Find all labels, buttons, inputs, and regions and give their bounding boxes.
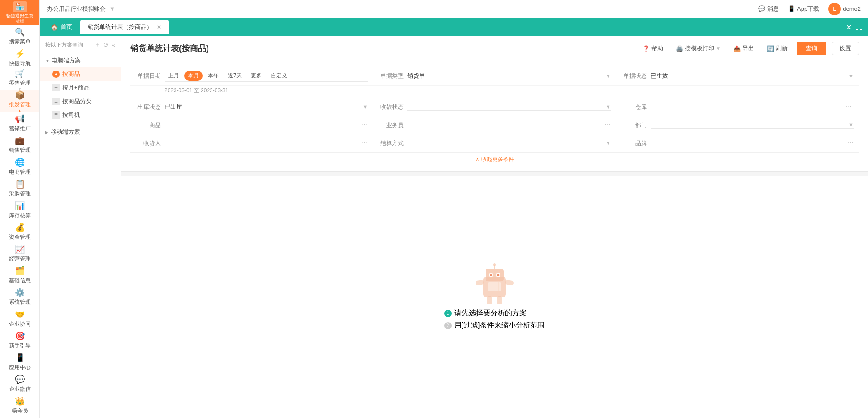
sidebar-item-basic[interactable]: 🗂️ 基础信息 (0, 264, 40, 286)
avatar: E (828, 3, 841, 15)
help-label: 帮助 (651, 44, 663, 52)
tree-group-pc: ▼ 电脑端方案 ● 按商品 ☰ 按月+商品 ☰ 按商品分类 ☰ 按司机 (40, 52, 121, 124)
sidebar-item-label: 快捷导航 (9, 60, 31, 67)
settlement-value[interactable]: ▼ (407, 139, 610, 147)
sidebar-item-system[interactable]: ⚙️ 系统管理 (0, 286, 40, 308)
sidebar-item-search[interactable]: 🔍 搜索菜单 (0, 25, 40, 47)
brand-value[interactable]: ··· (651, 138, 854, 148)
filter-row-1: 单据日期 上月 本月 本年 近7天 更多 自定义 (130, 66, 859, 86)
content-area: 按以下方案查询 ＋ ⟳ « ▼ 电脑端方案 ● 按商品 ☰ 按 (40, 36, 868, 418)
tree-expand-icon: ▶ (45, 130, 49, 135)
date-tab-7days[interactable]: 近7天 (224, 71, 245, 81)
tree-group-mobile-header[interactable]: ▶ 移动端方案 (40, 125, 121, 139)
ecommerce-icon: 🌐 (15, 157, 25, 167)
shortcut-icon: ⚡ (15, 49, 25, 59)
settings-btn[interactable]: 设置 (832, 42, 859, 55)
filter-cell-type: 单据类型 销货单 ▼ (373, 66, 616, 86)
empty-illustration (467, 263, 522, 309)
tree-group-pc-header[interactable]: ▼ 电脑端方案 (40, 54, 121, 67)
sidebar-item-label: 批发管理 (9, 101, 31, 109)
date-tab-custom[interactable]: 自定义 (267, 71, 291, 81)
user-profile[interactable]: E demo2 (828, 3, 861, 15)
tree-item-by-driver[interactable]: ☰ 按司机 (40, 108, 121, 122)
date-tab-this-month[interactable]: 本月 (184, 71, 203, 81)
chevron-down-icon: ▼ (849, 122, 854, 128)
date-tab-more[interactable]: 更多 (247, 71, 265, 81)
sidebar-item-marketing[interactable]: 📢 营销推广 (0, 112, 40, 134)
collapse-icon: ∧ (476, 157, 480, 163)
status-value[interactable]: 已生效 ▼ (651, 71, 854, 81)
tree-item-by-category[interactable]: ☰ 按商品分类 (40, 95, 121, 108)
date-tab-last-month[interactable]: 上月 (165, 71, 183, 81)
department-value[interactable]: ▼ (651, 121, 854, 129)
app-download-btn[interactable]: 📱 App下载 (788, 5, 819, 13)
sidebar-item-enterprise[interactable]: 🤝 企业协同 (0, 308, 40, 329)
sidebar-item-purchase[interactable]: 📋 采购管理 (0, 177, 40, 199)
template-print-btn[interactable]: 🖨️ 按模板打印 ▼ (672, 43, 724, 54)
refresh-scheme-btn[interactable]: ⟳ (104, 41, 109, 48)
type-value[interactable]: 销货单 ▼ (407, 71, 610, 81)
app-download-label: App下载 (797, 5, 819, 13)
export-btn[interactable]: 📤 导出 (730, 43, 758, 54)
close-window-btn[interactable]: ✕ (846, 23, 852, 32)
sidebar-item-stock[interactable]: 📊 库存核算 (0, 199, 40, 221)
recipient-value[interactable]: ··· (165, 138, 368, 148)
dropdown-arrow[interactable]: ▼ (109, 5, 115, 12)
hint-dot-1: 1 (444, 310, 452, 317)
warehouse-value[interactable]: ··· (651, 102, 854, 112)
help-icon: ❓ (642, 45, 650, 52)
tab-home[interactable]: 🏠 首页 (43, 20, 80, 34)
sidebar-item-retail[interactable]: 🛒 零售管理 ▼ (0, 69, 40, 90)
newguide-icon: 🎯 (15, 331, 25, 341)
date-value: 上月 本月 本年 近7天 更多 自定义 (165, 70, 368, 82)
sidebar-item-newguide[interactable]: 🎯 新手引导 (0, 329, 40, 351)
message-btn[interactable]: 💬 消息 (758, 5, 779, 13)
warehouse-label: 仓库 (622, 103, 647, 111)
sidebar-item-ecommerce[interactable]: 🌐 电商管理 (0, 156, 40, 177)
filter-cell-department: 部门 ▼ (616, 116, 859, 134)
sidebar-item-operation[interactable]: 📈 经营管理 (0, 242, 40, 264)
payment-value[interactable]: ▼ (407, 103, 610, 111)
sidebar-item-appstore[interactable]: 📱 应用中心 (0, 351, 40, 373)
empty-state: 1 请先选择要分析的方案 2 用[过滤]条件来缩小分析范围 (121, 176, 868, 418)
dots-icon: ··· (846, 103, 852, 111)
main-area: 办公用品行业模拟账套 ▼ 💬 消息 📱 App下载 E demo2 🏠 首页 销… (40, 0, 868, 418)
sidebar-item-sales[interactable]: 💼 销售管理 (0, 134, 40, 156)
hint-text-2: 用[过滤]条件来缩小分析范围 (454, 321, 545, 330)
sidebar-item-wholesale[interactable]: 📦 批发管理 ▲ (0, 90, 40, 112)
sidebar-item-label: 电商管理 (9, 168, 31, 176)
date-tab-this-year[interactable]: 本年 (204, 71, 222, 81)
sidebar-item-member[interactable]: 👑 畅会员 (0, 394, 40, 416)
dots-icon: ··· (604, 121, 610, 129)
sidebar-item-finance[interactable]: 💰 资金管理 (0, 221, 40, 242)
maximize-btn[interactable]: ⛶ (855, 23, 863, 31)
tree-item-by-month-product[interactable]: ☰ 按月+商品 (40, 81, 121, 95)
sidebar-item-label: 新手引导 (9, 342, 31, 350)
salesperson-value[interactable]: ··· (407, 120, 610, 130)
export-label: 导出 (742, 44, 754, 52)
collapse-more-btn[interactable]: ∧ 收起更多条件 (130, 152, 859, 166)
collapse-panel-btn[interactable]: « (112, 41, 115, 48)
sales-icon: 💼 (15, 136, 25, 146)
phone-icon: 📱 (788, 5, 795, 12)
svg-point-5 (497, 274, 500, 276)
refresh-btn[interactable]: 🔄 刷新 (763, 43, 791, 54)
topbar-left: 办公用品行业模拟账套 ▼ (47, 5, 115, 13)
query-btn[interactable]: 查询 (797, 42, 826, 55)
type-value-text: 销货单 (407, 72, 425, 80)
tab-maximize-area: ✕ ⛶ (840, 23, 868, 32)
help-btn[interactable]: ❓ 帮助 (639, 43, 667, 54)
add-scheme-btn[interactable]: ＋ (94, 41, 101, 49)
chevron-down-icon: ▼ (606, 140, 611, 146)
tree-item-label: 按司机 (62, 111, 80, 119)
tree-item-label: 按商品分类 (62, 97, 92, 105)
outstock-value[interactable]: 已出库 ▼ (165, 102, 368, 112)
tab-stats[interactable]: 销货单统计表（按商品） ✕ (80, 20, 169, 34)
product-value[interactable]: ··· (165, 120, 368, 130)
tree-item-by-product[interactable]: ● 按商品 (40, 67, 121, 81)
industry-label: 办公用品行业模拟账套 (47, 5, 106, 13)
enterprise-icon: 🤝 (15, 309, 25, 319)
sidebar-item-wechat[interactable]: 💬 企业微信 (0, 373, 40, 394)
tab-close-btn[interactable]: ✕ (157, 24, 161, 30)
sidebar-item-shortcut[interactable]: ⚡ 快捷导航 (0, 47, 40, 69)
